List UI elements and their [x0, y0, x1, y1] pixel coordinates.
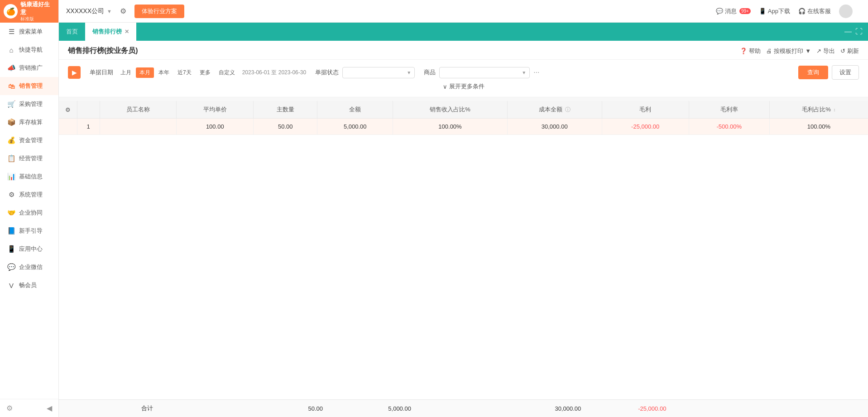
th-amount: 全额: [317, 101, 393, 119]
sidebar-item-quick-nav[interactable]: ⌂快捷导航: [0, 41, 58, 59]
tab-controls: — ⛶: [844, 28, 868, 36]
date-tab-recent7[interactable]: 近7天: [174, 67, 195, 78]
tab-maximize-icon[interactable]: ⛶: [855, 28, 863, 36]
td-profit-0: -25,000.00: [602, 119, 689, 135]
date-tab-current-year[interactable]: 本年: [155, 67, 173, 78]
trial-button[interactable]: 体验行业方案: [134, 5, 184, 18]
top-header: XXXXXX公司 ▼ ⚙ 体验行业方案 💬 消息 99+ 📱 App下载 🎧 在…: [59, 0, 868, 23]
sidebar-item-finance[interactable]: 💰资金管理: [0, 131, 58, 149]
sidebar-icon-inventory: 📦: [7, 118, 15, 126]
th-employee: 员工名称: [100, 101, 177, 119]
th-main-qty: 主数量: [254, 101, 317, 119]
refresh-button[interactable]: ↺ 刷新: [840, 47, 859, 55]
sidebar-label-guide: 新手引导: [19, 227, 43, 235]
td-avg-price-0: 100.00: [177, 119, 254, 135]
page-actions: ❓ 帮助 🖨 按模板打印 ▼ ↗ 导出 ↺ 刷新: [740, 47, 859, 55]
th-profit: 毛利: [602, 101, 689, 119]
sidebar-label-purchase: 采购管理: [19, 100, 43, 108]
goods-select[interactable]: [439, 67, 530, 78]
tab-sales-rank[interactable]: 销售排行榜 ✕: [85, 23, 136, 41]
settings-button[interactable]: 设置: [832, 65, 859, 80]
sidebar-item-enterprise[interactable]: 🤝企业协同: [0, 204, 58, 222]
sidebar-item-member[interactable]: V畅会员: [0, 276, 58, 294]
message-action[interactable]: 💬 消息 99+: [716, 7, 751, 15]
header-right: 💬 消息 99+ 📱 App下载 🎧 在线客服: [716, 5, 861, 18]
tab-close-icon[interactable]: ✕: [125, 29, 129, 35]
sidebar-icon-enterprise: 🤝: [7, 209, 15, 217]
sidebar-label-quick-nav: 快捷导航: [19, 46, 43, 54]
sidebar-item-sales[interactable]: 🛍销售管理: [0, 77, 58, 95]
app-logo: 🍊 畅康通好生意 标准版: [0, 0, 58, 23]
sidebar-item-wechat[interactable]: 💬企业微信: [0, 258, 58, 276]
profit-pct-sort-icon[interactable]: ↕: [833, 107, 835, 112]
template-print-button[interactable]: 🖨 按模板打印 ▼: [766, 47, 811, 55]
action-buttons: 查询 设置: [798, 65, 859, 80]
tab-home[interactable]: 首页: [59, 23, 85, 41]
company-selector[interactable]: XXXXXX公司 ▼: [66, 7, 112, 15]
sidebar-icon-purchase: 🛒: [7, 100, 15, 108]
filter-more-row: ∨ 展开更多条件: [68, 80, 859, 91]
td-profit-pct-0: 100.00%: [769, 119, 868, 135]
table-footer: 合计 50.00 5,000.00 30,000.00 -25,000.00: [59, 399, 868, 417]
export-button[interactable]: ↗ 导出: [816, 47, 835, 55]
table-area: ⚙ 员工名称 平均单价 主数量 全额 销售收入占比% 成本全额 ⓘ 毛利 毛利率…: [59, 101, 868, 417]
data-table: ⚙ 员工名称 平均单价 主数量 全额 销售收入占比% 成本全额 ⓘ 毛利 毛利率…: [59, 101, 868, 135]
sidebar-item-search-order[interactable]: ☰搜索菜单: [0, 23, 58, 41]
td-main-qty-0: 50.00: [254, 119, 317, 135]
sidebar-label-operation: 经营管理: [19, 154, 43, 163]
logo-icon: 🍊: [4, 4, 18, 19]
sidebar-item-purchase[interactable]: 🛒采购管理: [0, 95, 58, 113]
tab-home-label: 首页: [66, 28, 78, 36]
table-body: 1 100.00 50.00 5,000.00 100.00% 30,000.0…: [59, 119, 868, 135]
more-filter-icon[interactable]: ···: [533, 68, 539, 77]
query-button[interactable]: 查询: [798, 66, 828, 79]
sidebar-item-basic-info[interactable]: 📊基础信息: [0, 168, 58, 186]
avatar[interactable]: [839, 5, 853, 18]
date-tab-prev-month[interactable]: 上月: [117, 67, 135, 78]
tab-minimize-icon[interactable]: —: [844, 28, 852, 36]
message-label: 消息: [725, 7, 737, 15]
sidebar-item-system[interactable]: ⚙系统管理: [0, 186, 58, 204]
cost-help-icon[interactable]: ⓘ: [565, 106, 571, 113]
footer-profit: -25,000.00: [610, 405, 694, 412]
date-tab-more[interactable]: 更多: [196, 67, 214, 78]
app-version: 标准版: [20, 16, 55, 22]
sidebar-label-system: 系统管理: [19, 191, 43, 199]
sidebar-item-marketing[interactable]: 📣营销推广: [0, 59, 58, 77]
th-sales-pct: 销售收入占比%: [393, 101, 508, 119]
sidebar-item-guide[interactable]: 📘新手引导: [0, 222, 58, 240]
message-badge: 99+: [739, 8, 751, 14]
td-cost-amount-0: 30,000.00: [507, 119, 602, 135]
th-profit-pct: 毛利占比% ↕: [769, 101, 868, 119]
status-select[interactable]: [342, 67, 415, 78]
sidebar-label-sales: 销售管理: [19, 82, 43, 90]
footer-main-qty: 50.00: [273, 405, 358, 412]
expand-conditions-button[interactable]: ∨ 展开更多条件: [443, 82, 484, 91]
sidebar-item-inventory[interactable]: 📦库存核算: [0, 113, 58, 131]
sidebar-icon-sales: 🛍: [7, 82, 15, 90]
sidebar-label-finance: 资金管理: [19, 136, 43, 144]
online-service-action[interactable]: 🎧 在线客服: [798, 7, 831, 15]
filter-area: ▶ 单据日期 上月 本月 本年 近7天 更多 自定义 2023-06-01 至 …: [59, 60, 868, 97]
settings-footer-icon[interactable]: ⚙: [6, 404, 13, 412]
print-chevron-icon: ▼: [805, 48, 811, 54]
date-tab-current-month[interactable]: 本月: [136, 67, 154, 78]
status-label: 单据状态: [315, 68, 339, 77]
online-service-label: 在线客服: [807, 7, 831, 15]
app-download-action[interactable]: 📱 App下载: [759, 7, 790, 15]
collapse-icon[interactable]: ◀: [47, 404, 52, 412]
page-title: 销售排行榜(按业务员): [68, 46, 138, 56]
table-header-row: ⚙ 员工名称 平均单价 主数量 全额 销售收入占比% 成本全额 ⓘ 毛利 毛利率…: [59, 101, 868, 119]
export-icon: ↗: [816, 48, 821, 54]
goods-select-wrapper: [439, 67, 530, 78]
filter-row-1: ▶ 单据日期 上月 本月 本年 近7天 更多 自定义 2023-06-01 至 …: [68, 65, 859, 80]
sidebar-item-app-center[interactable]: 📱应用中心: [0, 240, 58, 258]
tab-sales-rank-label: 销售排行榜: [92, 28, 122, 36]
refresh-icon: ↺: [840, 48, 845, 54]
sidebar-icon-finance: 💰: [7, 136, 15, 144]
help-button[interactable]: ❓ 帮助: [740, 47, 761, 55]
filter-toggle-button[interactable]: ▶: [68, 66, 81, 79]
date-tab-custom[interactable]: 自定义: [215, 67, 239, 78]
header-gear-button[interactable]: ⚙: [116, 5, 130, 18]
sidebar-item-operation[interactable]: 📋经营管理: [0, 149, 58, 168]
